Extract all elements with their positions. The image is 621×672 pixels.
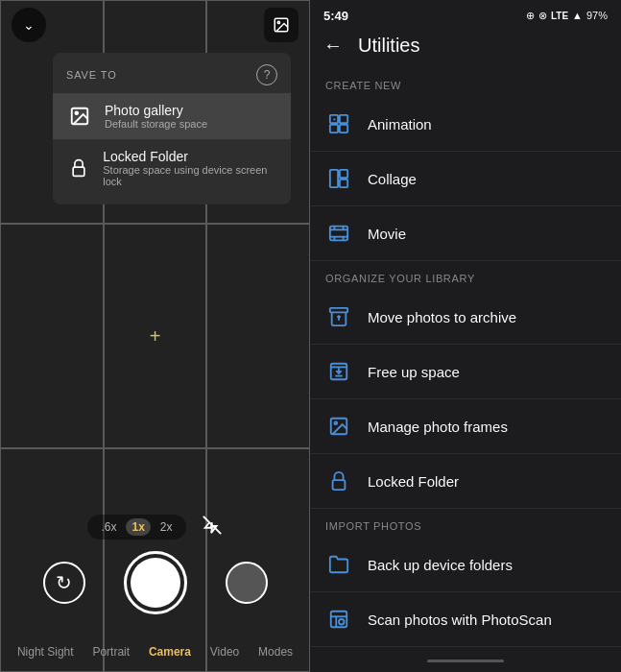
- svg-point-3: [75, 111, 78, 114]
- menu-item-collage[interactable]: Collage: [310, 152, 621, 206]
- rotate-button[interactable]: ↻: [43, 562, 85, 604]
- signal-icon: ⊕: [526, 10, 535, 22]
- photo-gallery-sub: Default storage space: [105, 118, 207, 130]
- locked-folder-text: Locked Folder Storage space using device…: [103, 149, 277, 187]
- free-up-space-label: Free up space: [368, 364, 460, 380]
- movie-icon: [325, 220, 352, 247]
- camera-bottom-controls: .6x 1x 2x ↻: [0, 515, 310, 614]
- home-indicator: [427, 660, 504, 662]
- zoom-controls: .6x 1x 2x: [87, 515, 185, 540]
- svg-rect-12: [340, 170, 347, 178]
- svg-rect-13: [340, 180, 347, 187]
- locked-folder-icon: [325, 468, 352, 494]
- photoscan-icon: [325, 606, 352, 633]
- svg-rect-7: [340, 115, 347, 123]
- utilities-title: Utilities: [358, 35, 419, 57]
- camera-top-bar: ⌄: [0, 8, 310, 42]
- utilities-header: ← Utilities: [310, 27, 621, 68]
- help-icon[interactable]: ?: [256, 64, 277, 85]
- zoom-1x-button[interactable]: 1x: [126, 518, 150, 536]
- lte-icon: LTE: [551, 11, 568, 21]
- back-button[interactable]: ←: [323, 35, 343, 57]
- flash-off-icon[interactable]: [202, 515, 223, 540]
- photo-gallery-text: Photo gallery Default storage space: [105, 103, 207, 130]
- bottom-indicator: [310, 653, 621, 672]
- locked-folder-label: Locked Folder: [368, 473, 459, 490]
- movie-label: Movie: [368, 226, 406, 242]
- backup-label: Back up device folders: [368, 557, 513, 573]
- svg-rect-29: [333, 480, 346, 490]
- status-bar: 5:49 ⊕ ⊗ LTE ▲ 97%: [310, 0, 621, 27]
- import-photos-label: IMPORT PHOTOS: [310, 509, 621, 538]
- save-to-dropdown: SAVE TO ? Photo gallery Default storage …: [53, 53, 291, 204]
- collage-label: Collage: [368, 171, 417, 187]
- organize-library-label: ORGANIZE YOUR LIBRARY: [310, 261, 621, 290]
- battery-icon: 97%: [586, 10, 608, 21]
- animation-icon: [325, 110, 352, 137]
- svg-rect-30: [331, 612, 347, 628]
- zoom-2x-button[interactable]: 2x: [155, 518, 179, 536]
- menu-item-move-archive[interactable]: Move photos to archive: [310, 290, 621, 345]
- focus-crosshair: +: [150, 325, 161, 348]
- mode-portrait[interactable]: Portrait: [86, 641, 135, 662]
- mode-camera[interactable]: Camera: [143, 641, 197, 662]
- menu-item-animation[interactable]: Animation: [310, 97, 621, 152]
- animation-label: Animation: [368, 116, 432, 132]
- free-up-space-icon: [325, 358, 352, 385]
- menu-item-manage-frames[interactable]: Manage photo frames: [310, 399, 621, 454]
- photo-gallery-name: Photo gallery: [105, 103, 207, 118]
- menu-item-locked-folder[interactable]: Locked Folder: [310, 454, 621, 509]
- archive-icon: [325, 303, 352, 330]
- save-to-header: SAVE TO ?: [53, 60, 291, 93]
- create-new-label: CREATE NEW: [310, 68, 621, 97]
- save-to-locked-folder[interactable]: Locked Folder Storage space using device…: [53, 139, 291, 197]
- svg-rect-14: [330, 227, 347, 241]
- wifi-off-icon: ⊗: [538, 10, 547, 22]
- svg-rect-11: [330, 170, 338, 187]
- svg-rect-9: [340, 125, 347, 132]
- svg-point-32: [339, 619, 345, 625]
- shutter-inner: [131, 558, 180, 608]
- status-time: 5:49: [323, 9, 348, 23]
- svg-point-1: [277, 21, 279, 23]
- svg-rect-4: [73, 167, 84, 176]
- grid-cell: [0, 224, 104, 447]
- collage-icon: [325, 165, 352, 192]
- camera-shutter-row: ↻: [0, 551, 310, 614]
- zoom-0.6x-button[interactable]: .6x: [95, 518, 122, 536]
- gallery-thumbnail[interactable]: [226, 562, 268, 604]
- menu-item-backup[interactable]: Back up device folders: [310, 538, 621, 592]
- svg-rect-8: [330, 125, 338, 132]
- photoscan-label: Scan photos with PhotoScan: [368, 612, 552, 628]
- signal-bars-icon: ▲: [572, 10, 583, 21]
- svg-rect-21: [330, 308, 347, 313]
- shutter-button[interactable]: [124, 551, 187, 614]
- mode-modes[interactable]: Modes: [252, 641, 299, 662]
- manage-frames-icon: [325, 413, 352, 440]
- camera-viewfinder: + ⌄ SAVE TO ?: [0, 0, 310, 672]
- grid-cell: [206, 224, 310, 447]
- svg-point-28: [334, 421, 337, 424]
- utilities-panel: 5:49 ⊕ ⊗ LTE ▲ 97% ← Utilities CREATE NE…: [310, 0, 621, 672]
- status-icons: ⊕ ⊗ LTE ▲ 97%: [526, 10, 608, 22]
- mode-night-sight[interactable]: Night Sight: [12, 641, 80, 662]
- menu-item-movie[interactable]: Movie: [310, 206, 621, 261]
- camera-mode-bar: Night Sight Portrait Camera Video Modes: [0, 641, 310, 662]
- lock-icon: [66, 155, 91, 181]
- chevron-down-button[interactable]: ⌄: [12, 8, 46, 42]
- manage-frames-label: Manage photo frames: [368, 419, 508, 435]
- move-archive-label: Move photos to archive: [368, 309, 516, 325]
- menu-item-free-up-space[interactable]: Free up space: [310, 345, 621, 399]
- save-to-title: SAVE TO: [66, 69, 117, 81]
- backup-icon: [325, 551, 352, 578]
- save-to-photo-gallery[interactable]: Photo gallery Default storage space: [53, 93, 291, 139]
- camera-panel: + ⌄ SAVE TO ?: [0, 0, 310, 672]
- locked-folder-sub: Storage space using device screen lock: [103, 164, 277, 187]
- mode-video[interactable]: Video: [204, 641, 245, 662]
- gallery-icon: [66, 103, 93, 130]
- menu-item-photoscan[interactable]: Scan photos with PhotoScan: [310, 592, 621, 647]
- locked-folder-name: Locked Folder: [103, 149, 277, 164]
- gallery-icon-button[interactable]: [264, 8, 299, 42]
